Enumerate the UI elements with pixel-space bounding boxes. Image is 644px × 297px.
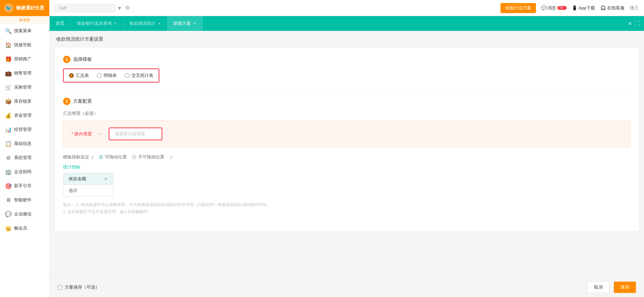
dimension-section-label: 汇总维度（必选） (63, 110, 631, 116)
sidebar-item-enterprise[interactable]: 🏢 企业协同 (0, 165, 49, 179)
draggable-dot (99, 155, 103, 159)
sidebar-item-wechat[interactable]: 💬 企业微信 (0, 207, 49, 221)
app-logo: 🐦 畅捷通好生意 (0, 0, 49, 16)
main-content: ▾ ⚙ 体验行业方案 💬 消息 99+ 📱 App下载 🎧 在线客服 张三 首页 (50, 0, 644, 297)
metrics-col-label: 收款金额 (69, 176, 86, 182)
section-config-header: 2 方案配置 (63, 98, 631, 105)
sidebar-label-enterprise: 企业协同 (14, 169, 32, 175)
home-icon: 🏠 (5, 42, 11, 48)
sidebar-item-guide[interactable]: 🎯 新手引导 (0, 179, 49, 193)
trial-button[interactable]: 体验行业方案 (500, 3, 536, 13)
sidebar-item-basic-info[interactable]: 📋 基础信息 (0, 137, 49, 151)
sidebar-item-search-menu[interactable]: 🔍 搜索菜单 (0, 24, 49, 38)
draggable-label: 可拖动位置 (105, 154, 127, 160)
sidebar-item-purchase[interactable]: 🛒 采购管理 (0, 80, 49, 94)
radio-detail[interactable]: 明细表 (97, 72, 117, 79)
sidebar-item-hardware[interactable]: 🖥 智能硬件 (0, 193, 49, 207)
sidebar-item-sales[interactable]: 💼 销售管理 (0, 66, 49, 80)
dimension-area: * 纵向维度 → 请选择分组维度 (63, 120, 631, 147)
sidebar-label-guide: 新手引导 (14, 183, 32, 189)
section-num-2: 2 (63, 98, 70, 105)
tab-bank-flow[interactable]: 现金银行流水查询 ✕ (71, 16, 123, 31)
sidebar-label-finance: 资金管理 (14, 112, 32, 118)
sidebar-item-marketing[interactable]: 🎁 营销推广 (0, 52, 49, 66)
fixed-label: 不可拖动位置 (138, 154, 164, 160)
chart-icon: 📊 (5, 127, 11, 133)
clipboard-icon: 📋 (5, 141, 11, 147)
sidebar-label-wechat: 企业微信 (14, 211, 32, 217)
tab-new-plan-close[interactable]: ✕ (193, 21, 196, 26)
sidebar: 🐦 畅捷通好生意 标准版 🔍 搜索菜单 🏠 快捷导航 🎁 营销推广 💼 销售管理… (0, 0, 50, 297)
tab-collection-stats[interactable]: 收款情况统计 ✕ (123, 16, 167, 31)
sidebar-item-system[interactable]: ⚙ 系统管理 (0, 151, 49, 165)
dimension-select[interactable]: 请选择分组维度 (109, 128, 162, 140)
tab-collection-stats-close[interactable]: ✕ (158, 21, 161, 26)
metrics-table-container: 统计指标 收款金额 ▼ 合计 (63, 164, 631, 197)
topbar-right: 体验行业方案 💬 消息 99+ 📱 App下载 🎧 在线客服 张三 (500, 3, 639, 13)
edition-badge: 标准版 (0, 16, 49, 24)
monitor-icon: 🖥 (5, 197, 11, 203)
sidebar-item-inventory[interactable]: 📦 库存核算 (0, 94, 49, 108)
sidebar-item-member[interactable]: 👑 畅会员 (0, 221, 49, 235)
download-area[interactable]: 📱 App下载 (572, 5, 595, 11)
radio-summary-input[interactable] (69, 73, 74, 78)
cart-icon: 🛒 (5, 84, 11, 90)
expand-icon[interactable]: ⛶ (635, 20, 640, 27)
settings-icon[interactable]: ⚙ (125, 5, 130, 11)
nav-tabs-actions: ✕ ⛶ (624, 16, 644, 31)
metrics-dropdown-icon[interactable]: ▼ (104, 177, 108, 181)
sidebar-label-operation: 经营管理 (14, 127, 32, 133)
tab-collection-stats-label: 收款情况统计 (129, 20, 156, 27)
search-icon: 🔍 (5, 28, 11, 34)
search-input[interactable] (55, 4, 115, 12)
metrics-header-text: 模板指标设定（ (63, 154, 94, 160)
radio-cross-label: 交叉统计表 (131, 72, 153, 79)
tab-bank-flow-close[interactable]: ✕ (114, 21, 117, 26)
logo-icon: 🐦 (4, 3, 13, 13)
sidebar-label-marketing: 营销推广 (14, 56, 32, 62)
sidebar-item-quick-nav[interactable]: 🏠 快捷导航 (0, 38, 49, 52)
save-plan-checkbox[interactable] (58, 285, 62, 290)
download-label: App下载 (579, 5, 595, 11)
topbar: ▾ ⚙ 体验行业方案 💬 消息 99+ 📱 App下载 🎧 在线客服 张三 (50, 0, 644, 16)
message-icon: 💬 (541, 5, 547, 10)
sidebar-label-basicinfo: 基础信息 (14, 141, 32, 147)
metrics-section: 模板指标设定（ 可拖动位置 不可拖动位置 ） (63, 154, 631, 197)
sidebar-label-hardware: 智能硬件 (14, 197, 32, 203)
radio-detail-input[interactable] (97, 73, 102, 78)
crown-icon: 👑 (5, 225, 11, 231)
template-options-group: 汇总表 明细表 交叉统计表 (63, 68, 159, 83)
headset-icon: 🎧 (600, 5, 606, 10)
footer: 方案保存（可选） 取消 查询 (50, 277, 644, 297)
vertical-dimension-label: * 纵向维度 (71, 131, 92, 137)
dimension-row: * 纵向维度 → 请选择分组维度 (71, 128, 622, 140)
support-area[interactable]: 🎧 在线客服 (600, 5, 625, 11)
cancel-button[interactable]: 取消 (587, 282, 610, 293)
tip-2: 2. 点击标题栏下拉可设置排序、插入列和删除列 (63, 209, 631, 215)
sidebar-label-quicknav: 快捷导航 (14, 42, 32, 48)
main-card: 1 选择模板 汇总表 明细表 (55, 48, 639, 231)
metrics-col-header[interactable]: 收款金额 ▼ (63, 173, 113, 185)
tip-1: 提示： 1. 拖动标题栏可以调整布局，不可跨维度或指标区域拖动栏目字段（只能在同… (63, 202, 631, 208)
section-template: 1 选择模板 汇总表 明细表 (63, 56, 631, 83)
radio-cross[interactable]: 交叉统计表 (125, 72, 153, 79)
radio-cross-input[interactable] (125, 73, 129, 78)
close-tab-icon[interactable]: ✕ (628, 20, 632, 27)
section-config-title: 方案配置 (73, 98, 92, 104)
money-icon: 💰 (5, 112, 11, 118)
query-button[interactable]: 查询 (614, 282, 636, 293)
username: 张三 (630, 5, 639, 11)
tab-new-plan[interactable]: 新建方案 ✕ (167, 16, 203, 31)
sidebar-item-finance[interactable]: 💰 资金管理 (0, 108, 49, 122)
download-icon: 📱 (572, 5, 577, 10)
sidebar-item-operation[interactable]: 📊 经营管理 (0, 122, 49, 137)
tab-home[interactable]: 首页 (50, 16, 71, 31)
radio-summary[interactable]: 汇总表 (69, 72, 89, 79)
section-template-title: 选择模板 (73, 56, 92, 62)
search-dropdown-icon[interactable]: ▾ (118, 4, 121, 12)
sidebar-label-purchase: 采购管理 (14, 84, 32, 90)
fixed-dot (132, 155, 136, 159)
notification-area[interactable]: 💬 消息 99+ (541, 5, 567, 11)
topbar-left: ▾ ⚙ (55, 4, 130, 12)
page-title: 收款情况统计方案设置 (55, 36, 639, 42)
